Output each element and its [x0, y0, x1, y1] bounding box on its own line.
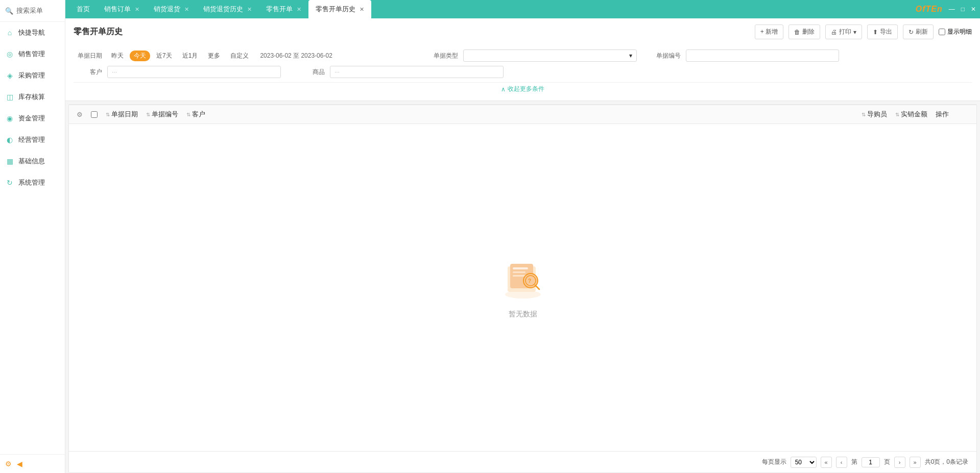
- sort-icon-4[interactable]: ⇅: [862, 112, 866, 117]
- tab-sales-return[interactable]: 销货退货 ✕: [147, 0, 196, 18]
- th-amount: ⇅ 实销金额: [891, 110, 931, 119]
- first-page-btn[interactable]: «: [821, 457, 832, 468]
- sidebar-item-sales-mgmt[interactable]: ◎ 销售管理: [0, 43, 65, 65]
- tab-sales-return-history[interactable]: 销货退货历史 ✕: [196, 0, 259, 18]
- doc-type-dropdown-icon: ▾: [629, 52, 632, 59]
- page-size-select[interactable]: 50 100 200: [791, 457, 817, 468]
- tab-retail-open[interactable]: 零售开单 ✕: [259, 0, 308, 18]
- date-option-7days[interactable]: 近7天: [152, 51, 176, 61]
- sidebar-item-inventory[interactable]: ◫ 库存核算: [0, 86, 65, 108]
- tab-retail-history[interactable]: 零售开单历史 ✕: [308, 0, 371, 18]
- th-date: ⇅ 单据日期: [102, 110, 142, 119]
- close-tab-sales-return[interactable]: ✕: [184, 6, 189, 13]
- page-number-input[interactable]: [862, 457, 880, 467]
- prev-page-btn[interactable]: ‹: [836, 457, 847, 468]
- sidebar-item-label: 经营管理: [18, 135, 45, 144]
- th-action: 操作: [931, 110, 972, 119]
- purchase-icon: ◈: [5, 71, 14, 80]
- inventory-icon: ◫: [5, 93, 14, 101]
- basic-info-icon: ▦: [5, 157, 14, 165]
- close-tab-sales-order[interactable]: ✕: [135, 6, 139, 13]
- window-max-btn[interactable]: □: [961, 6, 965, 13]
- th-salesperson: ⇅ 导购员: [857, 110, 891, 119]
- doc-type-select[interactable]: ▾: [463, 49, 637, 62]
- page-label: 页: [884, 458, 890, 466]
- sidebar-search[interactable]: 🔍 搜索采单: [0, 0, 65, 22]
- window-close-btn[interactable]: ✕: [971, 6, 976, 13]
- table-settings-btn[interactable]: ⚙: [73, 108, 86, 121]
- sidebar-search-label: 搜索采单: [16, 6, 43, 15]
- sidebar-item-basic-info[interactable]: ▦ 基础信息: [0, 151, 65, 172]
- close-tab-sales-return-history[interactable]: ✕: [247, 6, 252, 13]
- sort-icon[interactable]: ⇅: [106, 112, 110, 117]
- close-tab-retail-open[interactable]: ✕: [297, 6, 301, 13]
- top-nav-right: OfTEn — □ ✕: [916, 5, 976, 14]
- print-button[interactable]: 🖨 打印 ▾: [825, 24, 862, 39]
- date-option-more[interactable]: 更多: [204, 51, 224, 61]
- sort-icon-3[interactable]: ⇅: [186, 112, 190, 117]
- page-title-row: 零售开单历史 + 新增 🗑 删除 🖨 打印 ▾ ⬆ 导出: [74, 24, 972, 39]
- date-option-today[interactable]: 今天: [130, 51, 150, 61]
- export-icon: ⬆: [873, 29, 878, 36]
- sidebar-item-label: 库存核算: [18, 92, 45, 102]
- date-option-yesterday[interactable]: 昨天: [107, 51, 128, 61]
- refresh-button[interactable]: ↻ 刷新: [903, 24, 934, 39]
- close-tab-retail-history[interactable]: ✕: [360, 6, 364, 13]
- sidebar-item-finance[interactable]: ◉ 资金管理: [0, 108, 65, 129]
- sort-icon-5[interactable]: ⇅: [895, 112, 899, 117]
- date-option-1month[interactable]: 近1月: [178, 51, 202, 61]
- system-icon: ↻: [5, 179, 14, 187]
- customer-input[interactable]: ···: [107, 66, 281, 78]
- th-checkbox[interactable]: [86, 111, 102, 118]
- total-info: 共0页，0条记录: [925, 458, 968, 466]
- tab-sales-order[interactable]: 销售订单 ✕: [97, 0, 147, 18]
- th-number: ⇅ 单据编号: [142, 110, 182, 119]
- home-icon: ⌂: [5, 29, 14, 37]
- collapse-icon: ∧: [501, 86, 506, 93]
- display-detail-checkbox-label[interactable]: 显示明细: [939, 28, 972, 36]
- table-container: ⚙ ⇅ 单据日期 ⇅ 单据编号 ⇅ 客户 ⇅ 导购员: [68, 104, 977, 473]
- next-page-btn[interactable]: ›: [894, 457, 905, 468]
- customer-dots: ···: [112, 68, 117, 76]
- table-header: ⚙ ⇅ 单据日期 ⇅ 单据编号 ⇅ 客户 ⇅ 导购员: [69, 105, 976, 124]
- top-nav: 首页 销售订单 ✕ 销货退货 ✕ 销货退货历史 ✕ 零售开单 ✕ 零售开单历史 …: [65, 0, 980, 18]
- page-word: 第: [851, 458, 857, 466]
- svg-rect-3: [513, 267, 528, 269]
- doc-number-input[interactable]: [686, 49, 839, 62]
- th-customer: ⇅ 客户: [182, 110, 857, 119]
- date-option-custom[interactable]: 自定义: [226, 51, 253, 61]
- select-all-checkbox[interactable]: [91, 111, 98, 118]
- toolbar: + 新增 🗑 删除 🖨 打印 ▾ ⬆ 导出 ↻: [755, 24, 972, 39]
- settings-gear-icon[interactable]: ⚙: [5, 460, 12, 468]
- window-min-btn[interactable]: —: [949, 6, 955, 13]
- doc-type-label: 单据类型: [429, 52, 458, 60]
- main-area: 首页 销售订单 ✕ 销货退货 ✕ 销货退货历史 ✕ 零售开单 ✕ 零售开单历史 …: [65, 0, 980, 473]
- product-input[interactable]: ···: [330, 66, 504, 78]
- sidebar-bottom: ⚙ ◀: [0, 454, 65, 473]
- doc-number-label: 单据编号: [652, 52, 681, 60]
- sidebar-item-quick-nav[interactable]: ⌂ 快捷导航: [0, 22, 65, 43]
- filter-area: 单据日期 昨天 今天 近7天 近1月 更多 自定义 2023-06-02 至 2…: [74, 44, 972, 101]
- sidebar-item-purchase-mgmt[interactable]: ◈ 采购管理: [0, 65, 65, 86]
- display-detail-checkbox[interactable]: [939, 29, 945, 35]
- print-dropdown-icon: ▾: [853, 29, 856, 36]
- svg-text:?: ?: [528, 278, 531, 284]
- sort-icon-2[interactable]: ⇅: [146, 112, 150, 117]
- collapse-sidebar-icon[interactable]: ◀: [17, 460, 22, 468]
- collapse-more-btn[interactable]: ∧ 收起更多条件: [74, 82, 972, 96]
- delete-button[interactable]: 🗑 删除: [788, 24, 820, 39]
- tab-home[interactable]: 首页: [69, 0, 97, 18]
- page-header: 零售开单历史 + 新增 🗑 删除 🖨 打印 ▾ ⬆ 导出: [65, 18, 980, 101]
- sidebar-item-operations[interactable]: ◐ 经营管理: [0, 129, 65, 151]
- export-button[interactable]: ⬆ 导出: [867, 24, 898, 39]
- last-page-btn[interactable]: »: [910, 457, 921, 468]
- sidebar-item-system[interactable]: ↻ 系统管理: [0, 172, 65, 193]
- brand-logo: OfTEn: [916, 5, 943, 14]
- sidebar-item-label: 系统管理: [18, 178, 45, 187]
- product-dots: ···: [334, 68, 340, 76]
- add-button[interactable]: + 新增: [755, 24, 783, 39]
- sidebar-item-label: 采购管理: [18, 71, 45, 80]
- operations-icon: ◐: [5, 136, 14, 144]
- filter-row-1: 单据日期 昨天 今天 近7天 近1月 更多 自定义 2023-06-02 至 2…: [74, 49, 972, 62]
- finance-icon: ◉: [5, 114, 14, 122]
